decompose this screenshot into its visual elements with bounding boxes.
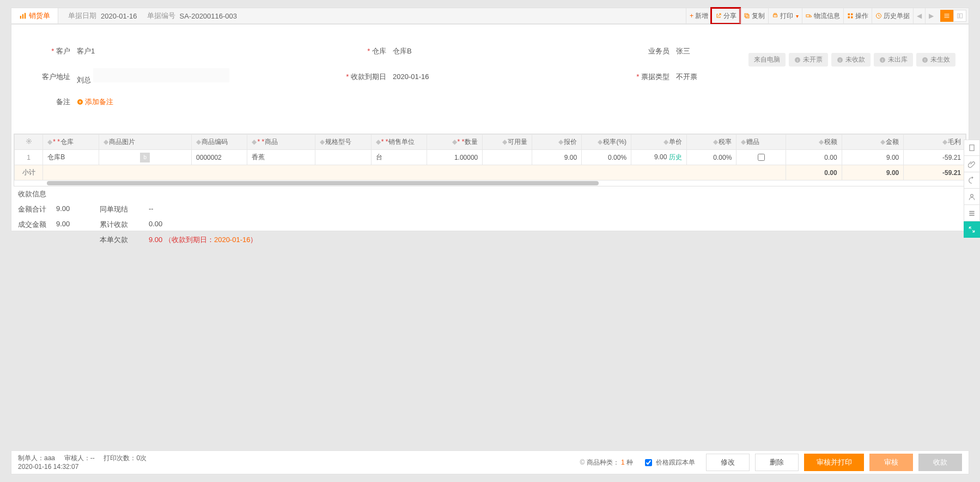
audit-button[interactable]: 审核	[869, 454, 913, 471]
col-quote[interactable]: ◆报价	[532, 135, 582, 150]
vbtn-attach[interactable]	[964, 156, 980, 172]
cell-product[interactable]: 香蕉	[247, 150, 315, 165]
sort-icon: ◆	[452, 138, 456, 146]
goods-count: 1	[621, 459, 625, 466]
vbtn-refresh[interactable]	[964, 172, 980, 189]
share-icon	[715, 13, 722, 19]
col-amount[interactable]: ◆金额	[842, 135, 904, 150]
cell-tax[interactable]: 0.00%	[687, 150, 736, 165]
col-taxrate[interactable]: ◆税率(%)	[582, 135, 631, 150]
info-icon: i	[879, 57, 886, 63]
status-source: 来自电脑	[748, 53, 786, 67]
col-product[interactable]: ◆*商品	[247, 135, 315, 150]
warehouse-value[interactable]: 仓库B	[393, 46, 589, 56]
cell-warehouse[interactable]: 仓库B	[43, 150, 99, 165]
subtotal-row: 小计 0.00 9.00 -59.21	[15, 165, 966, 180]
sort-icon: ◆	[320, 138, 324, 146]
add-button[interactable]: + 新增	[686, 8, 711, 23]
status-outbound[interactable]: i 未出库	[874, 53, 913, 67]
payment-info: 收款信息 金额合计 9.00 同单现结 -- 成交金额 9.00 累计收款 0.…	[18, 189, 312, 245]
status-effective[interactable]: ! 未生效	[916, 53, 955, 67]
cell-gift[interactable]	[736, 150, 786, 165]
vbtn-more[interactable]	[964, 205, 980, 221]
table-row[interactable]: 1 仓库B b 0000002 香蕉 台 1.00000 9.00 0.00% …	[15, 150, 966, 165]
prev-button[interactable]: ◀	[913, 8, 925, 23]
cell-quote[interactable]: 9.00	[532, 150, 582, 165]
col-image[interactable]: ◆商品图片	[99, 135, 192, 150]
doc-date-label: 单据日期	[68, 11, 96, 21]
next-button[interactable]: ▶	[925, 8, 937, 23]
cell-unit[interactable]: 台	[371, 150, 427, 165]
footer-center: © 商品种类： 1 种 价格跟踪本单	[580, 457, 695, 468]
cell-image[interactable]: b	[99, 150, 192, 165]
price-follow-checkbox[interactable]: 价格跟踪本单	[643, 457, 695, 468]
cell-taxrate[interactable]: 0.00%	[582, 150, 631, 165]
history-button[interactable]: 历史单据	[872, 8, 913, 23]
accum-value: 0.00	[149, 220, 312, 230]
col-gift[interactable]: ◆赠品	[736, 135, 786, 150]
vbtn-expand[interactable]	[964, 221, 980, 238]
due-label: 收款到期日	[295, 72, 393, 82]
delete-button[interactable]: 删除	[755, 454, 799, 471]
cell-model[interactable]	[315, 150, 371, 165]
sort-icon: ◆	[502, 138, 506, 146]
items-table: ◆*仓库 ◆商品图片 ◆商品编码 ◆*商品 ◆规格型号 ◆*销售单位 ◆*数量 …	[14, 134, 966, 186]
plus-icon: +	[690, 12, 693, 20]
svg-point-24	[28, 141, 29, 142]
address-label: 客户地址	[11, 72, 77, 82]
col-available[interactable]: ◆可用量	[483, 135, 532, 150]
status-invoice[interactable]: i 未开票	[789, 53, 828, 67]
ops-button[interactable]: 操作	[843, 8, 872, 23]
col-model[interactable]: ◆规格型号	[315, 135, 371, 150]
view-detail-button[interactable]	[953, 10, 966, 22]
audit-print-button[interactable]: 审核并打印	[804, 454, 864, 471]
cell-profit: -59.21	[904, 150, 966, 165]
col-price[interactable]: ◆单价	[631, 135, 687, 150]
svg-rect-25	[970, 145, 974, 151]
col-code[interactable]: ◆商品编码	[192, 135, 247, 150]
tab-sales-order[interactable]: 销货单	[11, 8, 58, 23]
sort-icon: ◆	[942, 138, 946, 146]
sort-icon: ◆	[598, 138, 601, 146]
customer-value[interactable]: 客户1	[77, 46, 295, 56]
sort-icon: ◆	[664, 138, 667, 146]
logistics-button[interactable]: 物流信息	[802, 8, 843, 23]
add-remark-button[interactable]: 添加备注	[77, 97, 295, 107]
cell-quantity[interactable]: 1.00000	[427, 150, 483, 165]
footer-buttons: 修改 删除 审核并打印 审核 收款	[706, 454, 962, 471]
receipt-button[interactable]: 收款	[918, 454, 962, 471]
sort-icon: ◆	[880, 138, 884, 146]
col-quantity[interactable]: ◆*数量	[427, 135, 483, 150]
col-taxamount[interactable]: ◆税额	[786, 135, 842, 150]
gift-checkbox[interactable]	[758, 154, 765, 161]
accum-label: 累计收款	[100, 220, 149, 230]
due-value[interactable]: 2020-01-16	[393, 73, 589, 81]
warehouse-label: 仓库	[295, 46, 393, 56]
cell-code[interactable]: 0000002	[192, 150, 247, 165]
horizontal-scrollbar[interactable]	[14, 180, 966, 186]
copy-button[interactable]: 复制	[740, 8, 768, 23]
subtotal-profit: -59.21	[904, 165, 966, 180]
info-icon: i	[837, 57, 843, 63]
vbtn-note[interactable]	[964, 140, 980, 156]
share-button[interactable]: 分享	[711, 8, 740, 23]
svg-rect-28	[969, 213, 974, 214]
print-button[interactable]: 打印 ▾	[768, 8, 802, 23]
status-receipt[interactable]: i 未收款	[831, 53, 871, 67]
col-unit[interactable]: ◆*销售单位	[371, 135, 427, 150]
vbtn-user[interactable]	[964, 189, 980, 205]
invoice-type-value[interactable]: 不开票	[676, 72, 818, 82]
view-list-button[interactable]	[940, 10, 953, 22]
status-row: 来自电脑 i 未开票 i 未收款 i 未出库 ! 未生效	[748, 53, 955, 67]
col-warehouse[interactable]: ◆*仓库	[43, 135, 99, 150]
col-gear[interactable]	[15, 135, 43, 150]
col-profit[interactable]: ◆毛利	[904, 135, 966, 150]
address-value[interactable]: 刘总	[77, 68, 295, 85]
info-icon: i	[794, 57, 801, 63]
view-toggle	[940, 10, 966, 22]
cell-price[interactable]: 9.00历史	[631, 150, 687, 165]
history-link[interactable]: 历史	[669, 153, 682, 161]
footer-timestamp: 2020-01-16 14:32:07	[18, 462, 147, 471]
modify-button[interactable]: 修改	[706, 454, 750, 471]
col-tax[interactable]: ◆税率	[687, 135, 736, 150]
